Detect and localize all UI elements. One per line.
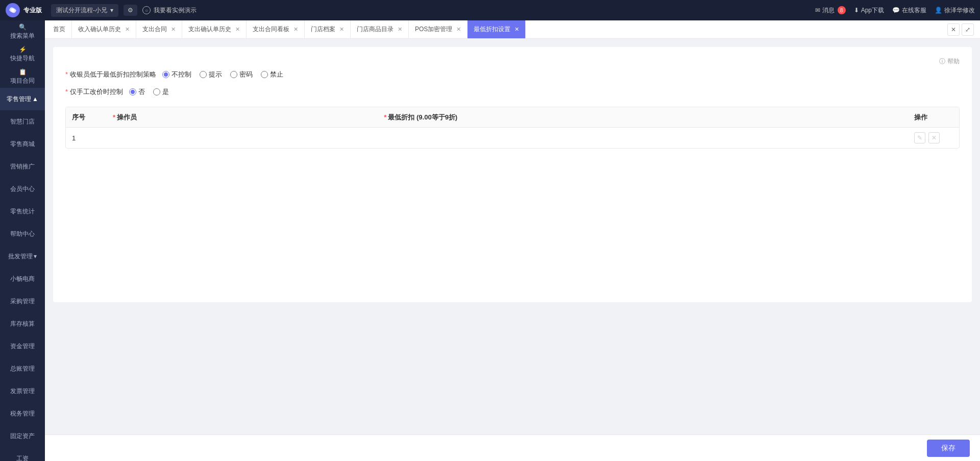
quick-nav-icon: ⚡ xyxy=(19,45,27,54)
tab-payment-contract-label: 支出合同 xyxy=(142,25,167,34)
tab-payment-history-label: 支出确认单历史 xyxy=(188,25,231,34)
cell-discount-1[interactable] xyxy=(378,130,908,146)
sidebar-item-inventory[interactable]: 库存核算 xyxy=(0,312,45,335)
action-btns-1: ✎ ✕ xyxy=(914,132,940,143)
sidebar-label-fixed-assets: 固定资产 xyxy=(10,432,35,441)
sidebar-item-retail-manage[interactable]: 零售管理 ▲ xyxy=(0,88,45,110)
sidebar-item-search[interactable]: 🔍 搜索菜单 xyxy=(0,20,45,43)
tab-payment-contract-close[interactable]: ✕ xyxy=(171,26,176,33)
sidebar-label-search: 搜索菜单 xyxy=(10,32,35,40)
app-download-btn[interactable]: ⬇ App下载 xyxy=(854,6,884,15)
tab-home-label: 首页 xyxy=(53,25,65,34)
policy-no-control[interactable]: 不控制 xyxy=(162,70,191,79)
policy-row: 收银员低于最低折扣控制策略 不控制 提示 密码 xyxy=(65,70,960,79)
tab-min-discount[interactable]: 最低折扣设置 ✕ xyxy=(468,20,526,39)
sidebar-item-retail-stats[interactable]: 零售统计 xyxy=(0,200,45,223)
chevron-down-icon: ▾ xyxy=(34,252,37,261)
manual-yes-radio[interactable] xyxy=(153,88,160,95)
tab-store-catalog-close[interactable]: ✕ xyxy=(398,26,402,33)
policy-no-control-radio[interactable] xyxy=(162,71,169,78)
policy-no-control-label: 不控制 xyxy=(172,70,191,79)
tab-payment-history-close[interactable]: ✕ xyxy=(235,26,240,33)
sidebar-item-retail-shop[interactable]: 零售商城 xyxy=(0,133,45,155)
cell-seq-1: 1 xyxy=(66,130,107,146)
project-selector[interactable]: 测试分开流程-小兄 ▾ xyxy=(51,4,118,17)
demo-icon: ○ xyxy=(142,6,151,14)
policy-password-radio[interactable] xyxy=(230,71,237,78)
sidebar-label-ecommerce: 小畅电商 xyxy=(10,275,35,283)
seq-value-1: 1 xyxy=(72,134,76,142)
user-avatar-btn[interactable]: 👤 徐泽华修改 xyxy=(935,6,975,15)
tab-min-discount-label: 最低折扣设置 xyxy=(474,25,510,34)
tab-pos-manage-close[interactable]: ✕ xyxy=(456,26,461,33)
demo-link[interactable]: ○ 我要看实例演示 xyxy=(142,6,197,15)
table-body: 1 ✎ ✕ xyxy=(66,128,959,148)
help-btn[interactable]: ⓘ 帮助 xyxy=(939,57,960,66)
row-edit-btn-1[interactable]: ✎ xyxy=(914,132,925,143)
sidebar-item-marketing[interactable]: 营销推广 xyxy=(0,155,45,178)
tab-payment-board[interactable]: 支出合同看板 ✕ xyxy=(247,20,305,39)
tab-income-history[interactable]: 收入确认单历史 ✕ xyxy=(72,20,136,39)
sidebar-item-ecommerce[interactable]: 小畅电商 xyxy=(0,268,45,290)
manual-no[interactable]: 否 xyxy=(129,87,145,96)
manual-row: 仅手工改价时控制 否 是 xyxy=(65,87,960,96)
online-service-btn[interactable]: 💬 在线客服 xyxy=(892,6,926,15)
avatar-icon: 👤 xyxy=(935,7,942,14)
sidebar-label-smart-store: 智慧门店 xyxy=(10,117,35,126)
sidebar-item-smart-store[interactable]: 智慧门店 xyxy=(0,110,45,133)
table-row: 1 ✎ ✕ xyxy=(66,128,959,148)
sidebar-item-project-contract[interactable]: 📋 项目合同 xyxy=(0,65,45,88)
policy-forbid[interactable]: 禁止 xyxy=(261,70,283,79)
sidebar-item-wholesale[interactable]: 批发管理 ▾ xyxy=(0,245,45,268)
sidebar-item-member-center[interactable]: 会员中心 xyxy=(0,178,45,200)
sidebar-item-invoice[interactable]: 发票管理 xyxy=(0,380,45,402)
tab-pos-manage[interactable]: POS加密管理 ✕ xyxy=(409,20,468,39)
policy-hint[interactable]: 提示 xyxy=(200,70,222,79)
demo-label: 我要看实例演示 xyxy=(154,6,197,15)
tab-close-btn[interactable]: ✕ xyxy=(947,23,960,36)
cell-operator-1[interactable] xyxy=(107,130,378,146)
tab-maximize-btn[interactable]: ⤢ xyxy=(962,23,974,36)
tab-store-files[interactable]: 门店档案 ✕ xyxy=(305,20,351,39)
tab-income-history-close[interactable]: ✕ xyxy=(125,26,130,33)
tab-store-catalog[interactable]: 门店商品目录 ✕ xyxy=(351,20,409,39)
tab-payment-contract[interactable]: 支出合同 ✕ xyxy=(136,20,182,39)
sidebar-item-tax[interactable]: 税务管理 xyxy=(0,402,45,425)
sidebar-item-fixed-assets[interactable]: 固定资产 xyxy=(0,425,45,447)
tab-payment-history[interactable]: 支出确认单历史 ✕ xyxy=(182,20,247,39)
col-header-discount: * 最低折扣 (9.00等于9折) xyxy=(378,109,908,126)
tab-min-discount-close[interactable]: ✕ xyxy=(514,26,519,33)
policy-hint-radio[interactable] xyxy=(200,71,207,78)
tabbar: 首页 收入确认单历史 ✕ 支出合同 ✕ 支出确认单历史 ✕ 支出合同看板 ✕ 门… xyxy=(45,20,980,39)
operator-required-mark: * xyxy=(113,113,115,121)
tab-home[interactable]: 首页 xyxy=(47,20,72,39)
policy-forbid-radio[interactable] xyxy=(261,71,268,78)
search-icon: 🔍 xyxy=(19,23,27,32)
sidebar-label-purchase: 采购管理 xyxy=(10,297,35,306)
manual-no-radio[interactable] xyxy=(129,88,136,95)
manual-yes[interactable]: 是 xyxy=(153,87,169,96)
col-seq-label: 序号 xyxy=(72,113,85,122)
service-icon: 💬 xyxy=(892,7,900,14)
manual-no-label: 否 xyxy=(138,87,145,96)
settings-icon-btn[interactable]: ⚙ xyxy=(124,5,137,16)
tab-payment-board-close[interactable]: ✕ xyxy=(293,26,298,33)
tab-store-files-close[interactable]: ✕ xyxy=(339,26,344,33)
save-button[interactable]: 保存 xyxy=(927,440,970,457)
sidebar-item-purchase[interactable]: 采购管理 xyxy=(0,290,45,312)
sidebar-item-help-center[interactable]: 帮助中心 xyxy=(0,223,45,245)
col-operator-label: 操作员 xyxy=(117,113,137,122)
message-btn[interactable]: ✉ 消息 8 xyxy=(815,6,846,15)
row-delete-btn-1[interactable]: ✕ xyxy=(928,132,940,143)
sidebar-item-salary[interactable]: 工资 xyxy=(0,447,45,461)
online-service-label: 在线客服 xyxy=(902,6,926,15)
sidebar-item-finance[interactable]: 资金管理 xyxy=(0,335,45,357)
sidebar-item-ledger[interactable]: 总账管理 xyxy=(0,357,45,380)
operator-input-1[interactable] xyxy=(113,134,372,142)
discount-input-1[interactable] xyxy=(384,134,902,142)
sidebar: 🔍 搜索菜单 ⚡ 快捷导航 📋 项目合同 零售管理 ▲ 智慧门店 零售商城 营销… xyxy=(0,20,45,461)
sidebar-item-quick-nav[interactable]: ⚡ 快捷导航 xyxy=(0,43,45,65)
sidebar-label-help-center: 帮助中心 xyxy=(10,230,35,238)
sidebar-label-retail-stats: 零售统计 xyxy=(10,207,35,216)
policy-password[interactable]: 密码 xyxy=(230,70,253,79)
